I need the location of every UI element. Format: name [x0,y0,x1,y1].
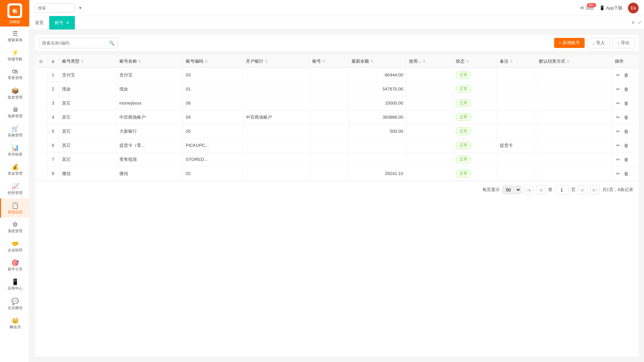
settings-icon[interactable]: ⚙ [39,59,43,64]
sidebar-item-finance-mgmt[interactable]: 💰 资金管理 [0,160,29,179]
cell-remarks-3 [497,96,536,110]
delete-btn-6[interactable]: 🗑 [623,142,630,149]
cell-actions-8: ✏ 🗑 [612,167,639,181]
sidebar-icon-search-menu: ☰ [12,30,18,37]
col-default-settlement[interactable]: 默认结算方式 ⇅ [536,55,612,68]
sidebar-item-search-menu[interactable]: ☰ 搜索菜单 [0,26,29,46]
cell-type-7: 其它 [59,153,116,167]
edit-btn-5[interactable]: ✏ [615,128,622,135]
tab-expand-icon[interactable]: ⤢ [638,20,641,25]
sidebar-item-basic-info[interactable]: 📋 基础信息 [0,198,29,218]
cell-usage-5 [406,124,453,138]
sidebar-item-retail-mgmt[interactable]: 🛍 零售管理 [0,65,29,83]
cell-settlement-7 [536,153,612,167]
sidebar-item-ecommerce-mgmt[interactable]: 🖥 电商管理 [0,103,29,122]
delete-btn-2[interactable]: 🗑 [623,86,630,93]
col-latest-balance[interactable]: 最新余额 ⇅ [348,55,406,68]
last-page-btn[interactable]: ▶| [590,185,600,194]
add-account-button[interactable]: + 新增账号 [554,38,585,48]
cell-settlement-3 [536,96,612,110]
sort-account-name-icon[interactable]: ⇅ [138,59,141,64]
sort-account-code-icon[interactable]: ⇅ [205,59,208,64]
cell-settings-6 [35,138,47,153]
tab-close-icon[interactable]: ✕ [631,20,635,25]
sort-bank-icon[interactable]: ⇅ [265,59,268,64]
prev-page-btn[interactable]: ◀ [536,185,545,194]
first-page-btn[interactable]: |◀ [524,185,533,194]
page-size-label: 每页显示 [482,187,500,193]
page-size-select[interactable]: 50 10 20 100 [502,186,521,194]
sort-account-no-icon[interactable]: ⇅ [322,59,325,64]
delete-btn-4[interactable]: 🗑 [623,114,630,121]
export-button[interactable]: ↑ 导出 [612,38,635,48]
cell-remarks-5 [497,124,536,138]
edit-btn-2[interactable]: ✏ [615,86,622,93]
delete-btn-8[interactable]: 🗑 [623,170,630,177]
tab-accounts-close[interactable]: ✕ [66,21,69,25]
sidebar-icon-finance-mgmt: 💰 [11,163,19,171]
col-account-type[interactable]: 账号类型 ⇅ [59,55,116,68]
delete-btn-7[interactable]: 🗑 [623,156,630,163]
edit-btn-7[interactable]: ✏ [615,156,622,163]
cell-name-3: moneybosx [116,96,183,110]
delete-btn-3[interactable]: 🗑 [623,100,630,107]
cell-bank-3 [243,96,309,110]
col-settings[interactable]: ⚙ [35,55,47,68]
top-header: ▾ ✉ 消息 99+ 📱 App下载 Ea [30,0,644,16]
accounts-table-wrap: ⚙ # 账号类型 ⇅ 账号名称 ⇅ 账号编码 ⇅ 开户银 [35,55,639,357]
search-input[interactable] [39,41,106,46]
search-button[interactable]: 🔍 [106,38,117,48]
cell-settlement-6 [536,138,612,153]
sidebar-item-app-center[interactable]: 📱 应用中心 [0,275,29,294]
sort-status-icon[interactable]: ⇅ [466,59,469,64]
sort-usage-icon[interactable]: ⇅ [423,59,426,64]
col-account-name[interactable]: 账号名称 ⇅ [116,55,183,68]
col-status[interactable]: 状态 ⇅ [453,55,497,68]
sort-remarks-icon[interactable]: ⇅ [510,59,513,64]
header-search-input[interactable] [35,3,75,13]
sidebar-item-wholesale-mgmt[interactable]: 📦 批发管理 [0,84,29,103]
edit-btn-1[interactable]: ✏ [615,72,622,78]
sidebar-item-ops-mgmt[interactable]: 📈 经营管理 [0,179,29,198]
edit-btn-6[interactable]: ✏ [615,142,622,149]
sort-balance-icon[interactable]: ⇅ [370,59,373,64]
sidebar-item-inventory[interactable]: 📊 库存核算 [0,141,29,160]
header-dropdown[interactable]: ▾ [79,5,82,10]
current-page-input[interactable] [555,185,569,194]
import-button[interactable]: ↓ 导入 [587,38,610,48]
avatar[interactable]: Ea [628,3,639,13]
edit-btn-4[interactable]: ✏ [615,114,622,121]
tab-accounts[interactable]: 账号 ✕ [49,16,75,29]
next-page-btn[interactable]: ▶ [578,185,588,194]
edit-btn-3[interactable]: ✏ [615,100,622,107]
cell-acctno-2 [310,82,349,96]
cell-status-4: 正常 [453,110,497,124]
sidebar-item-quick-nav[interactable]: ⚡ 快捷导航 [0,46,29,65]
message-btn[interactable]: ✉ 消息 99+ [580,5,594,11]
sort-settlement-icon[interactable]: ⇅ [567,59,570,64]
sidebar-item-enterprise-agreement[interactable]: 🤝 企业协同 [0,237,29,256]
edit-btn-8[interactable]: ✏ [615,170,622,177]
delete-btn-1[interactable]: 🗑 [623,72,630,78]
app-logo[interactable]: 畅 乐蜂版 [0,0,29,26]
cell-status-5: 正常 [453,124,497,138]
sidebar-item-system-mgmt[interactable]: ⚙ 系统管理 [0,218,29,237]
col-bank[interactable]: 开户银行 ⇅ [243,55,309,68]
sidebar-item-purchase-mgmt[interactable]: 🛒 采购管理 [0,122,29,141]
delete-btn-5[interactable]: 🗑 [623,128,630,135]
app-download-btn[interactable]: 📱 App下载 [599,5,623,11]
sidebar-item-vip-member[interactable]: 👑 畅会员 [0,313,29,333]
cell-index-2: 2 [47,82,59,96]
cell-type-8: 微信 [59,167,116,181]
sort-account-type-icon[interactable]: ⇅ [81,59,84,64]
sidebar-item-new-guide[interactable]: 🎯 新手引导 [0,256,29,275]
cell-remarks-7 [497,153,536,167]
tab-home[interactable]: 首页 [30,16,49,29]
cell-settings-1 [35,68,47,82]
col-account-code[interactable]: 账号编码 ⇅ [183,55,243,68]
col-remarks[interactable]: 备注 ⇅ [497,55,536,68]
col-account-no[interactable]: 账号 ⇅ [310,55,349,68]
sidebar-item-enterprise-wechat[interactable]: 💬 企业微信 [0,294,29,313]
cell-balance-8: 28241.10 [348,167,406,181]
col-usage[interactable]: 使用... ⇅ [406,55,453,68]
